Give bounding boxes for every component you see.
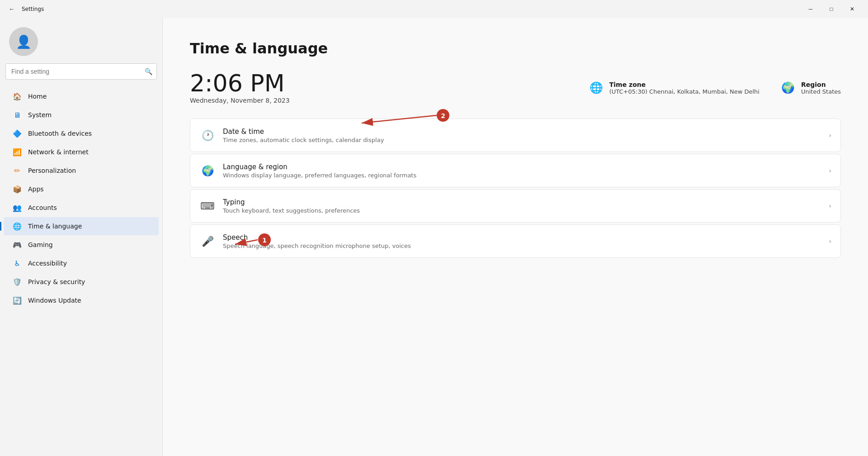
nav-label-gaming: Gaming xyxy=(28,241,53,248)
setting-subtitle-language-region: Windows display language, preferred lang… xyxy=(223,172,821,179)
nav-label-privacy: Privacy & security xyxy=(28,278,85,285)
setting-icon-language-region: 🌍 xyxy=(199,162,216,179)
nav-label-accessibility: Accessibility xyxy=(28,260,67,267)
timezone-value: (UTC+05:30) Chennai, Kolkata, Mumbai, Ne… xyxy=(609,88,760,95)
timezone-text: Time zone (UTC+05:30) Chennai, Kolkata, … xyxy=(609,81,760,95)
nav-label-time: Time & language xyxy=(28,223,82,230)
nav-icon-network: 📶 xyxy=(13,147,22,157)
nav-icon-update: 🔄 xyxy=(13,296,22,305)
setting-text-speech: SpeechSpeech language, speech recognitio… xyxy=(223,233,821,249)
setting-icon-speech: 🎤 xyxy=(199,233,216,249)
chevron-icon-language-region: › xyxy=(829,167,831,174)
nav-label-update: Windows Update xyxy=(28,297,81,304)
region-icon: 🌍 xyxy=(781,81,795,94)
settings-list: 🕐Date & timeTime zones, automatic clock … xyxy=(190,119,841,258)
timezone-icon: 🌐 xyxy=(590,81,603,94)
setting-text-typing: TypingTouch keyboard, text suggestions, … xyxy=(223,198,821,214)
current-date: Wednesday, November 8, 2023 xyxy=(190,97,590,104)
setting-text-date-time: Date & timeTime zones, automatic clock s… xyxy=(223,128,821,143)
setting-icon-date-time: 🕐 xyxy=(199,127,216,143)
time-bar: 2:06 PM Wednesday, November 8, 2023 🌐 Ti… xyxy=(190,71,841,104)
setting-title-date-time: Date & time xyxy=(223,128,821,136)
sidebar-item-time[interactable]: 🌐Time & language xyxy=(4,217,159,235)
search-input[interactable] xyxy=(5,63,157,80)
search-icon: 🔍 xyxy=(145,68,152,75)
setting-card-date-time[interactable]: 🕐Date & timeTime zones, automatic clock … xyxy=(190,119,841,152)
sidebar-item-system[interactable]: 🖥System xyxy=(4,106,159,124)
nav-icon-gaming: 🎮 xyxy=(13,240,22,249)
user-profile-area: 👤 xyxy=(0,18,162,63)
avatar: 👤 xyxy=(9,27,38,56)
region-value: United States xyxy=(801,88,841,95)
back-button[interactable]: ← xyxy=(5,3,18,15)
setting-card-speech[interactable]: 🎤SpeechSpeech language, speech recogniti… xyxy=(190,224,841,258)
setting-title-speech: Speech xyxy=(223,233,821,242)
nav-icon-apps: 📦 xyxy=(13,185,22,194)
search-box: 🔍 xyxy=(5,63,157,80)
chevron-icon-speech: › xyxy=(829,238,831,245)
nav-label-personalization: Personalization xyxy=(28,167,76,174)
sidebar-item-gaming[interactable]: 🎮Gaming xyxy=(4,236,159,254)
setting-title-typing: Typing xyxy=(223,198,821,206)
setting-card-typing[interactable]: ⌨️TypingTouch keyboard, text suggestions… xyxy=(190,189,841,223)
setting-subtitle-speech: Speech language, speech recognition micr… xyxy=(223,242,821,249)
sidebar-item-home[interactable]: 🏠Home xyxy=(4,87,159,105)
sidebar-item-update[interactable]: 🔄Windows Update xyxy=(4,291,159,309)
nav-label-apps: Apps xyxy=(28,185,44,193)
nav-icon-accounts: 👥 xyxy=(13,203,22,212)
timezone-label: Time zone xyxy=(609,81,760,88)
close-button[interactable]: ✕ xyxy=(842,2,863,16)
time-display: 2:06 PM Wednesday, November 8, 2023 xyxy=(190,71,590,104)
region-label: Region xyxy=(801,81,841,88)
nav-icon-time: 🌐 xyxy=(13,222,22,231)
app-body: 👤 🔍 🏠Home🖥System🔷Bluetooth & devices📶Net… xyxy=(0,18,868,456)
sidebar-item-accounts[interactable]: 👥Accounts xyxy=(4,199,159,217)
sidebar-item-apps[interactable]: 📦Apps xyxy=(4,180,159,198)
sidebar-item-accessibility[interactable]: ♿Accessibility xyxy=(4,254,159,272)
nav-label-home: Home xyxy=(28,93,47,100)
main-wrap: Time & language 2:06 PM Wednesday, Novem… xyxy=(163,18,868,456)
sidebar-nav: 🏠Home🖥System🔷Bluetooth & devices📶Network… xyxy=(0,85,162,447)
nav-icon-accessibility: ♿ xyxy=(13,259,22,268)
window-controls: ─ □ ✕ xyxy=(800,2,863,16)
region-text: Region United States xyxy=(801,81,841,95)
nav-label-accounts: Accounts xyxy=(28,204,57,211)
sidebar-item-network[interactable]: 📶Network & internet xyxy=(4,143,159,161)
current-time: 2:06 PM xyxy=(190,71,590,95)
avatar-icon: 👤 xyxy=(16,34,32,49)
sidebar-item-bluetooth[interactable]: 🔷Bluetooth & devices xyxy=(4,124,159,142)
nav-icon-personalization: ✏️ xyxy=(13,166,22,175)
timezone-info: 🌐 Time zone (UTC+05:30) Chennai, Kolkata… xyxy=(590,81,760,95)
chevron-icon-typing: › xyxy=(829,202,831,209)
titlebar: ← Settings ─ □ ✕ xyxy=(0,0,868,18)
region-info: 🌍 Region United States xyxy=(781,81,841,95)
setting-subtitle-typing: Touch keyboard, text suggestions, prefer… xyxy=(223,207,821,214)
time-region-info: 🌐 Time zone (UTC+05:30) Chennai, Kolkata… xyxy=(590,81,841,95)
nav-label-system: System xyxy=(28,111,52,119)
nav-icon-bluetooth: 🔷 xyxy=(13,129,22,138)
minimize-button[interactable]: ─ xyxy=(800,2,821,16)
nav-icon-home: 🏠 xyxy=(13,92,22,101)
setting-card-language-region[interactable]: 🌍Language & regionWindows display langua… xyxy=(190,154,841,187)
app-title: Settings xyxy=(22,6,797,12)
page-title: Time & language xyxy=(190,40,841,57)
nav-label-network: Network & internet xyxy=(28,148,89,156)
nav-icon-system: 🖥 xyxy=(13,110,22,119)
maximize-button[interactable]: □ xyxy=(821,2,842,16)
nav-icon-privacy: 🛡️ xyxy=(13,277,22,286)
sidebar-item-privacy[interactable]: 🛡️Privacy & security xyxy=(4,273,159,291)
setting-title-language-region: Language & region xyxy=(223,163,821,171)
sidebar-item-personalization[interactable]: ✏️Personalization xyxy=(4,162,159,180)
content-area: Time & language 2:06 PM Wednesday, Novem… xyxy=(163,18,868,456)
setting-icon-typing: ⌨️ xyxy=(199,198,216,214)
chevron-icon-date-time: › xyxy=(829,132,831,139)
sidebar: 👤 🔍 🏠Home🖥System🔷Bluetooth & devices📶Net… xyxy=(0,18,163,456)
nav-label-bluetooth: Bluetooth & devices xyxy=(28,130,92,137)
setting-text-language-region: Language & regionWindows display languag… xyxy=(223,163,821,179)
setting-subtitle-date-time: Time zones, automatic clock settings, ca… xyxy=(223,137,821,143)
